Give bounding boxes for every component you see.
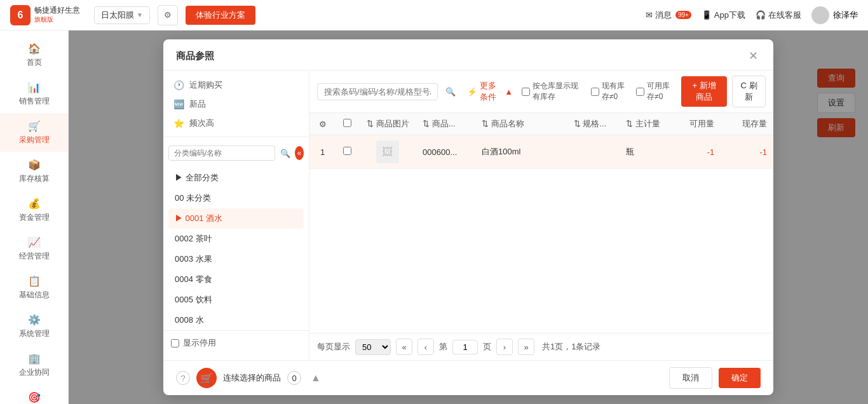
table-row[interactable]: 1 🖼 000600... 白酒100ml [309, 135, 773, 169]
chevron-down-icon: ▼ [137, 11, 143, 18]
col-header-gear: ⚙ [309, 113, 336, 135]
help-button[interactable]: ? [176, 371, 190, 385]
online-service-button[interactable]: 🎧 在线客服 [756, 10, 801, 21]
collapse-panel-button[interactable]: « [295, 146, 304, 160]
confirm-button[interactable]: 确定 [719, 368, 761, 388]
stock-checkbox-input[interactable] [591, 88, 599, 96]
checkbox-stock-not-zero[interactable]: 现有库存≠0 [591, 81, 631, 102]
category-search-button[interactable]: 🔍 [279, 144, 291, 163]
sidebar-item-purchase[interactable]: 🛒 采购管理 [0, 113, 68, 152]
more-filter-button[interactable]: ⚡ 更多条件 ▲ [463, 77, 517, 105]
modal-body: 🕐 近期购买 🆕 新品 ⭐ 频次高 [163, 71, 773, 360]
footer-buttons: 取消 确定 [669, 367, 761, 389]
chevron-up-icon: ▲ [505, 87, 513, 97]
sidebar-item-guide[interactable]: 🎯 新手引导 [0, 384, 68, 404]
sidebar-item-enterprise[interactable]: 🏢 企业协同 [0, 346, 68, 384]
page-next-button[interactable]: › [496, 339, 513, 355]
sidebar-item-home[interactable]: 🏠 首页 [0, 36, 68, 74]
guide-icon: 🎯 [28, 391, 41, 403]
finance-icon: 💰 [28, 197, 41, 210]
sidebar-item-inventory[interactable]: 📦 库存核算 [0, 152, 68, 191]
enterprise-icon: 🏢 [28, 352, 41, 365]
category-0008[interactable]: 0008 水 [168, 310, 304, 330]
page-first-button[interactable]: « [396, 339, 412, 355]
category-search-input[interactable] [168, 145, 275, 161]
purchase-icon: 🛒 [28, 119, 41, 132]
category-0003[interactable]: 0003 水果 [168, 249, 304, 269]
sales-icon: 📊 [28, 81, 41, 93]
row-select-checkbox[interactable] [343, 147, 351, 155]
category-0005[interactable]: 0005 饮料 [168, 290, 304, 310]
row-checkbox [336, 135, 359, 169]
per-page-select[interactable]: 50 100 200 [355, 339, 391, 355]
category-0004[interactable]: 0004 零食 [168, 269, 304, 290]
app-download-button[interactable]: 📱 App下载 [702, 10, 745, 21]
refresh-button[interactable]: C 刷新 [732, 76, 766, 107]
recent-buy-item[interactable]: 🕐 近期购买 [168, 76, 304, 95]
col-header-img: ⇅ 商品图片 [360, 113, 417, 135]
sidebar-item-finance[interactable]: 💰 资金管理 [0, 191, 68, 229]
avail-checkbox-input[interactable] [636, 88, 644, 96]
avatar [811, 6, 829, 24]
settings-button[interactable]: ⚙ [158, 5, 178, 25]
quick-items: 🕐 近期购买 🆕 新品 ⭐ 频次高 [163, 76, 309, 133]
category-0001[interactable]: ▶ 0001 酒水 [168, 208, 304, 229]
checkbox-warehouse[interactable]: 按仓库显示现有库存 [522, 81, 586, 102]
category-all[interactable]: ▶ 全部分类 [168, 168, 304, 188]
pagination-bar: 每页显示 50 100 200 « ‹ 第 页 › [309, 333, 773, 360]
modal-title: 商品参照 [176, 50, 214, 62]
cancel-button[interactable]: 取消 [669, 367, 712, 389]
logo-text: 畅捷通好生意 旗舰版 [34, 6, 80, 24]
sort-icon-unit: ⇅ [626, 119, 633, 128]
new-items-item[interactable]: 🆕 新品 [168, 95, 304, 114]
user-avatar-area[interactable]: 徐泽华 [811, 6, 858, 24]
logo-icon: 6 [10, 5, 31, 25]
product-reference-modal: 商品参照 ✕ 🕐 近期购买 🆕 [163, 39, 773, 395]
star-icon: ⭐ [173, 118, 184, 128]
show-disabled-checkbox[interactable] [171, 339, 179, 347]
sidebar-item-system[interactable]: ⚙️ 系统管理 [0, 307, 68, 346]
row-stock: -1 [721, 135, 773, 169]
sort-icon-name: ⇅ [482, 119, 489, 128]
high-freq-item[interactable]: ⭐ 频次高 [168, 114, 304, 133]
category-0002[interactable]: 0002 茶叶 [168, 229, 304, 249]
toolbar: 🔍 ⚡ 更多条件 ▲ 按仓库显示现有库存 [309, 71, 773, 113]
col-header-check [336, 113, 359, 135]
select-all-checkbox[interactable] [343, 119, 351, 127]
modal-close-button[interactable]: ✕ [745, 48, 761, 64]
page-number-input[interactable] [452, 340, 478, 354]
checkbox-avail-not-zero[interactable]: 可用库存≠0 [636, 81, 676, 102]
selected-count-badge: 0 [287, 371, 301, 385]
row-img: 🖼 [360, 135, 417, 169]
messages-button[interactable]: ✉ 消息 99+ [646, 10, 691, 21]
operation-icon: 📈 [28, 236, 41, 248]
filter-icon: ⚡ [467, 87, 477, 97]
trial-button[interactable]: 体验行业方案 [186, 6, 255, 25]
collapse-footer-button[interactable]: ▲ [308, 370, 324, 386]
sidebar-item-basic[interactable]: 📋 基础信息 [0, 268, 68, 307]
nav-right: ✉ 消息 99+ 📱 App下载 🎧 在线客服 徐泽华 [646, 6, 858, 24]
product-search-button[interactable]: 🔍 [443, 82, 458, 101]
category-list: ▶ 全部分类 00 未分类 ▶ 0001 酒水 0002 茶叶 [163, 168, 309, 330]
warehouse-checkbox-input[interactable] [522, 88, 530, 96]
sidebar-item-operation[interactable]: 📈 经营管理 [0, 229, 68, 268]
row-spec [567, 135, 620, 169]
page-last-button[interactable]: » [518, 339, 534, 355]
store-selector[interactable]: 日太阳膜 ▼ [94, 6, 150, 24]
inventory-icon: 📦 [28, 158, 41, 171]
table-header-row: ⚙ ⇅ 商品图片 [309, 113, 773, 135]
product-image: 🖼 [376, 140, 399, 163]
category-00[interactable]: 00 未分类 [168, 188, 304, 208]
message-icon: ✉ [646, 10, 653, 20]
row-code: 000600... [416, 135, 475, 169]
page-prev-button[interactable]: ‹ [417, 339, 434, 355]
show-disabled-row: 显示停用 [163, 330, 309, 355]
top-nav: 6 畅捷通好生意 旗舰版 日太阳膜 ▼ ⚙ 体验行业方案 ✉ 消息 99+ 📱 … [0, 0, 868, 30]
cart-button[interactable]: 🛒 [196, 368, 217, 388]
sidebar-item-sales[interactable]: 📊 销售管理 [0, 74, 68, 113]
content-area: 查询 设置 刷新 商品参照 ✕ 🕐 [69, 30, 868, 404]
add-product-button[interactable]: + 新增商品 [681, 76, 727, 107]
product-search-input[interactable] [317, 83, 438, 100]
col-header-unit: ⇅ 主计量 [620, 113, 668, 135]
product-table: ⚙ ⇅ 商品图片 [309, 113, 773, 169]
